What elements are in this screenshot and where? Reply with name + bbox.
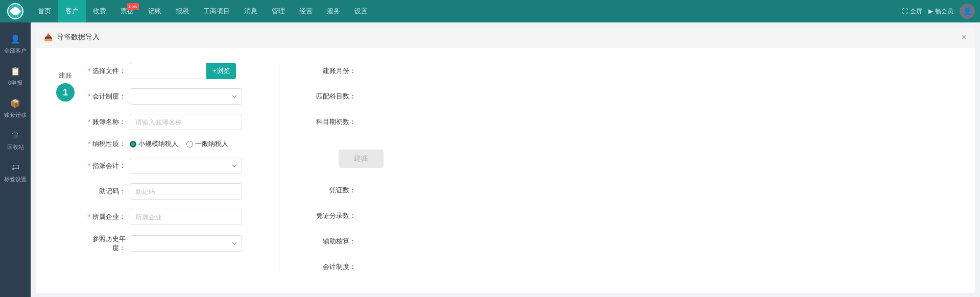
- nav-invoice[interactable]: 票据 new: [113, 0, 141, 22]
- new-badge: new: [127, 3, 139, 10]
- migration-icon: 📦: [9, 97, 21, 109]
- nav-home[interactable]: 首页: [31, 0, 58, 22]
- form-section: 选择文件： +浏览 会计制度：: [85, 63, 248, 253]
- info-aux-label: 辅助核算：: [310, 237, 356, 246]
- browse-button[interactable]: +浏览: [206, 63, 236, 79]
- info-acct-system-label: 会计制度：: [310, 262, 356, 271]
- layout: 👤 全部客户 📋 0申报 📦 账套迁移 🗑 回收站 🏷 标签设置 📥: [0, 22, 980, 297]
- import-icon: 📥: [44, 33, 53, 41]
- nav-right: ⛶ 全屏 ▶ 畅会员 👤: [902, 4, 975, 19]
- step-section: 建账 1 选择文件： +浏览: [56, 63, 248, 275]
- info-aux-row: 辅助核算：: [310, 233, 412, 250]
- file-row: 选择文件： +浏览: [85, 63, 248, 79]
- vertical-divider: [279, 63, 279, 275]
- nav-bookkeeping[interactable]: 记账: [141, 0, 169, 22]
- trash-icon: 🗑: [9, 129, 21, 141]
- accounting-system-select[interactable]: [130, 88, 242, 105]
- nav-settings[interactable]: 设置: [347, 0, 375, 22]
- sidebar-item-recycle[interactable]: 🗑 回收站: [0, 124, 31, 156]
- main-content: 📥 导爷数据导入 × 建账 1 选择文件：: [31, 22, 980, 297]
- sidebar-item-all-customers[interactable]: 👤 全部客户: [0, 28, 31, 60]
- dialog-close-button[interactable]: ×: [961, 33, 967, 42]
- tax-type-small-radio[interactable]: [130, 141, 136, 147]
- info-acct-system-row: 会计制度：: [310, 259, 412, 275]
- info-match-label: 匹配科目数：: [310, 92, 356, 101]
- member-btn[interactable]: ▶ 畅会员: [928, 7, 953, 16]
- nav-message[interactable]: 消息: [237, 0, 265, 22]
- info-vouchers-row: 凭证数：: [310, 182, 412, 199]
- nav-manage[interactable]: 管理: [265, 0, 292, 22]
- info-match-row: 匹配科目数：: [310, 88, 412, 105]
- accountant-label: 指派会计：: [85, 161, 126, 170]
- company-label: 所属企业：: [85, 212, 126, 221]
- info-initial-row: 科目期初数：: [310, 114, 412, 130]
- accountant-select[interactable]: [130, 158, 242, 174]
- tax-type-label: 纳税性质：: [85, 139, 126, 148]
- step-circle: 1: [56, 83, 75, 102]
- create-account-button[interactable]: 建账: [339, 150, 384, 168]
- nav-service[interactable]: 服务: [320, 0, 347, 22]
- info-initial-label: 科目期初数：: [310, 117, 356, 127]
- ledger-name-input[interactable]: [130, 114, 242, 130]
- declaration-icon: 📋: [9, 65, 21, 77]
- history-year-select[interactable]: [130, 235, 242, 252]
- logo[interactable]: [5, 1, 26, 21]
- nav-tax[interactable]: 报税: [169, 0, 196, 22]
- info-section: 建账月份： 匹配科目数： 科目期初数： 建账: [310, 63, 412, 275]
- top-nav: 首页 客户 收费 票据 new 记账 报税 工商项目 消息 管理 经营 服务 设…: [0, 0, 980, 22]
- nav-business[interactable]: 工商项目: [196, 0, 237, 22]
- accounting-system-row: 会计制度：: [85, 88, 248, 105]
- memo-row: 助记码：: [85, 183, 248, 200]
- nav-items: 首页 客户 收费 票据 new 记账 报税 工商项目 消息 管理 经营 服务 设…: [31, 0, 902, 22]
- dialog-body: 建账 1 选择文件： +浏览: [36, 47, 975, 290]
- company-input[interactable]: [130, 209, 242, 225]
- sidebar-item-tag-settings[interactable]: 🏷 标签设置: [0, 156, 31, 188]
- dialog-header: 📥 导爷数据导入 ×: [36, 28, 975, 47]
- file-label: 选择文件：: [85, 66, 126, 76]
- sidebar: 👤 全部客户 📋 0申报 📦 账套迁移 🗑 回收站 🏷 标签设置: [0, 22, 31, 297]
- nav-customer[interactable]: 客户: [58, 0, 86, 22]
- info-entries-row: 凭证分录数：: [310, 208, 412, 224]
- fullscreen-btn[interactable]: ⛶ 全屏: [902, 7, 922, 16]
- tax-type-radio-group: 小规模纳税人 一般纳税人: [130, 139, 228, 148]
- info-entries-label: 凭证分录数：: [310, 211, 356, 220]
- dialog-title: 📥 导爷数据导入: [44, 33, 100, 42]
- history-year-row: 参照历史年度：: [85, 234, 248, 253]
- company-row: 所属企业：: [85, 209, 248, 225]
- ledger-name-row: 账簿名称：: [85, 114, 248, 130]
- memo-input[interactable]: [130, 183, 242, 200]
- avatar[interactable]: 👤: [960, 4, 975, 19]
- memo-label: 助记码：: [85, 187, 126, 196]
- info-vouchers-label: 凭证数：: [310, 186, 356, 195]
- people-icon: 👤: [9, 33, 21, 45]
- accountant-row: 指派会计：: [85, 158, 248, 174]
- step-label: 建账: [59, 67, 72, 80]
- sidebar-item-account-migration[interactable]: 📦 账套迁移: [0, 92, 31, 124]
- tax-type-general-radio[interactable]: [186, 141, 193, 147]
- ledger-name-label: 账簿名称：: [85, 117, 126, 127]
- accounting-system-label: 会计制度：: [85, 92, 126, 101]
- tax-type-general[interactable]: 一般纳税人: [186, 139, 228, 148]
- tax-type-row: 纳税性质： 小规模纳税人 一般纳税人: [85, 139, 248, 148]
- tag-icon: 🏷: [9, 161, 21, 174]
- file-input-group: +浏览: [130, 63, 236, 79]
- dialog: 📥 导爷数据导入 × 建账 1 选择文件：: [36, 28, 975, 293]
- file-input[interactable]: [130, 63, 206, 79]
- info-month-row: 建账月份：: [310, 63, 412, 79]
- sidebar-item-zero-declaration[interactable]: 📋 0申报: [0, 60, 31, 92]
- tax-type-small[interactable]: 小规模纳税人: [130, 139, 178, 148]
- info-month-label: 建账月份：: [310, 66, 356, 76]
- nav-operation[interactable]: 经营: [292, 0, 320, 22]
- history-year-label: 参照历史年度：: [85, 234, 126, 253]
- nav-fees[interactable]: 收费: [86, 0, 113, 22]
